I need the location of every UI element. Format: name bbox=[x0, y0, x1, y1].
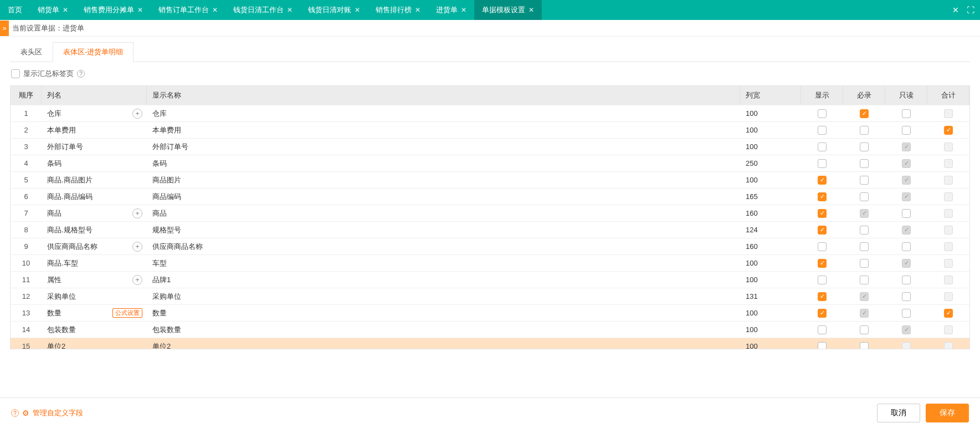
table-row[interactable]: 4条码条码250 bbox=[11, 155, 969, 171]
table-row[interactable]: 6商品.商品编码商品编码165 bbox=[11, 188, 969, 205]
cell-display-name[interactable]: 供应商商品名称 bbox=[147, 239, 740, 254]
checkbox-readonly[interactable] bbox=[902, 276, 911, 284]
checkbox-show[interactable] bbox=[818, 109, 827, 118]
cell-width[interactable]: 100 bbox=[740, 106, 801, 120]
checkbox-required[interactable] bbox=[860, 325, 869, 334]
cell-width[interactable]: 100 bbox=[740, 339, 801, 349]
close-icon[interactable]: ✕ bbox=[529, 6, 534, 14]
table-row[interactable]: 7商品+商品160 bbox=[11, 205, 969, 221]
cell-display-name[interactable]: 采购单位 bbox=[147, 289, 740, 304]
cell-width[interactable]: 250 bbox=[740, 156, 801, 170]
cell-display-name[interactable]: 外部订单号 bbox=[147, 139, 740, 155]
checkbox-show[interactable] bbox=[818, 226, 827, 235]
table-row[interactable]: 1仓库+仓库100 bbox=[11, 105, 969, 121]
checkbox-readonly[interactable] bbox=[902, 309, 911, 318]
add-icon[interactable]: + bbox=[132, 109, 142, 119]
table-row[interactable]: 5商品.商品图片商品图片100 bbox=[11, 171, 969, 188]
inner-tab[interactable]: 表头区 bbox=[10, 42, 53, 62]
cell-display-name[interactable]: 单位2 bbox=[147, 339, 740, 349]
checkbox-required[interactable] bbox=[860, 142, 869, 151]
checkbox-readonly[interactable] bbox=[902, 209, 911, 218]
cell-display-name[interactable]: 包装数量 bbox=[147, 322, 740, 338]
checkbox-total[interactable] bbox=[944, 309, 953, 318]
add-icon[interactable]: + bbox=[132, 242, 142, 252]
show-summary-checkbox[interactable] bbox=[11, 69, 20, 78]
cell-display-name[interactable]: 规格型号 bbox=[147, 222, 740, 238]
top-tab[interactable]: 钱货日清对账✕ bbox=[300, 0, 368, 20]
cell-width[interactable]: 165 bbox=[740, 190, 801, 203]
add-icon[interactable]: + bbox=[132, 275, 142, 285]
checkbox-total[interactable] bbox=[944, 126, 953, 135]
checkbox-show[interactable] bbox=[818, 342, 827, 349]
checkbox-required[interactable] bbox=[860, 259, 869, 268]
top-tab[interactable]: 进货单✕ bbox=[428, 0, 474, 20]
checkbox-required[interactable] bbox=[860, 159, 869, 168]
checkbox-show[interactable] bbox=[818, 292, 827, 301]
cell-display-name[interactable]: 条码 bbox=[147, 156, 740, 171]
checkbox-required[interactable] bbox=[860, 242, 869, 251]
table-row[interactable]: 15单位2单位2100 bbox=[11, 338, 969, 349]
close-icon[interactable]: ✕ bbox=[355, 6, 360, 14]
checkbox-show[interactable] bbox=[818, 126, 827, 135]
inner-tab[interactable]: 表体区-进货单明细 bbox=[53, 42, 134, 62]
close-all-icon[interactable]: ✕ bbox=[952, 6, 959, 14]
table-row[interactable]: 14包装数量包装数量100 bbox=[11, 321, 969, 338]
checkbox-required[interactable] bbox=[860, 109, 869, 118]
cell-width[interactable]: 100 bbox=[740, 173, 801, 187]
table-row[interactable]: 3外部订单号外部订单号100 bbox=[11, 138, 969, 155]
checkbox-readonly[interactable] bbox=[902, 126, 911, 135]
checkbox-readonly[interactable] bbox=[902, 242, 911, 251]
cell-display-name[interactable]: 数量 bbox=[147, 305, 740, 321]
cell-display-name[interactable]: 品牌1 bbox=[147, 272, 740, 288]
close-icon[interactable]: ✕ bbox=[461, 6, 466, 14]
cell-display-name[interactable]: 商品图片 bbox=[147, 172, 740, 188]
checkbox-show[interactable] bbox=[818, 242, 827, 251]
cell-width[interactable]: 100 bbox=[740, 123, 801, 137]
cell-width[interactable]: 100 bbox=[740, 323, 801, 337]
checkbox-show[interactable] bbox=[818, 309, 827, 318]
checkbox-required[interactable] bbox=[860, 192, 869, 201]
checkbox-required[interactable] bbox=[860, 176, 869, 185]
cell-width[interactable]: 100 bbox=[740, 140, 801, 154]
close-icon[interactable]: ✕ bbox=[415, 6, 420, 14]
cell-display-name[interactable]: 本单费用 bbox=[147, 123, 740, 138]
checkbox-show[interactable] bbox=[818, 159, 827, 168]
sidebar-toggle-icon[interactable]: » bbox=[0, 21, 9, 36]
top-tab[interactable]: 销售费用分摊单✕ bbox=[76, 0, 151, 20]
close-icon[interactable]: ✕ bbox=[63, 6, 68, 14]
table-row[interactable]: 12采购单位采购单位131 bbox=[11, 288, 969, 304]
cell-width[interactable]: 160 bbox=[740, 206, 801, 220]
cell-width[interactable]: 160 bbox=[740, 240, 801, 253]
add-icon[interactable]: + bbox=[132, 208, 142, 218]
table-row[interactable]: 9供应商商品名称+供应商商品名称160 bbox=[11, 238, 969, 254]
checkbox-show[interactable] bbox=[818, 176, 827, 185]
close-icon[interactable]: ✕ bbox=[212, 6, 218, 14]
top-tab[interactable]: 首页 bbox=[0, 0, 30, 20]
checkbox-show[interactable] bbox=[818, 325, 827, 334]
table-row[interactable]: 8商品.规格型号规格型号124 bbox=[11, 221, 969, 238]
cell-width[interactable]: 124 bbox=[740, 223, 801, 237]
table-row[interactable]: 2本单费用本单费用100 bbox=[11, 121, 969, 138]
close-icon[interactable]: ✕ bbox=[287, 6, 293, 14]
cell-width[interactable]: 100 bbox=[740, 306, 801, 320]
cell-width[interactable]: 131 bbox=[740, 289, 801, 303]
cell-width[interactable]: 100 bbox=[740, 256, 801, 270]
checkbox-show[interactable] bbox=[818, 142, 827, 151]
top-tab[interactable]: 销货单✕ bbox=[30, 0, 76, 20]
top-tab[interactable]: 钱货日清工作台✕ bbox=[225, 0, 300, 20]
formula-button[interactable]: 公式设置 bbox=[112, 308, 142, 318]
table-row[interactable]: 13数量公式设置数量100 bbox=[11, 304, 969, 321]
checkbox-readonly[interactable] bbox=[902, 109, 911, 118]
checkbox-show[interactable] bbox=[818, 276, 827, 284]
checkbox-required[interactable] bbox=[860, 226, 869, 235]
checkbox-show[interactable] bbox=[818, 259, 827, 268]
top-tab[interactable]: 销售订单工作台✕ bbox=[151, 0, 225, 20]
close-icon[interactable]: ✕ bbox=[137, 6, 143, 14]
top-tab[interactable]: 单据模板设置✕ bbox=[474, 0, 542, 20]
cell-display-name[interactable]: 商品 bbox=[147, 206, 740, 221]
table-row[interactable]: 11属性+品牌1100 bbox=[11, 271, 969, 288]
fullscreen-icon[interactable]: ⛶ bbox=[967, 6, 974, 14]
cell-width[interactable]: 100 bbox=[740, 273, 801, 287]
top-tab[interactable]: 销售排行榜✕ bbox=[368, 0, 428, 20]
checkbox-show[interactable] bbox=[818, 209, 827, 218]
